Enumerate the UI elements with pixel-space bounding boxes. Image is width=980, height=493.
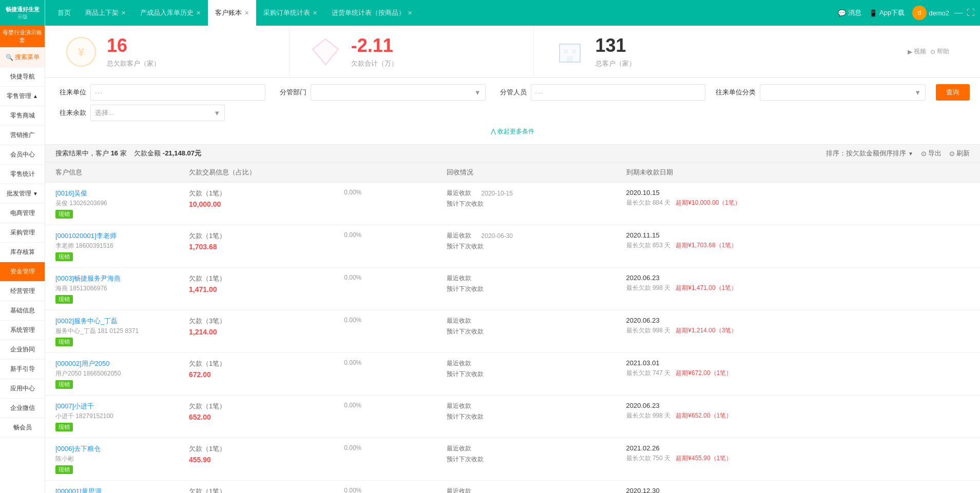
filter-row-1: 往来单位 ··· 分管部门 ▼ 分管人员 ··· bbox=[55, 84, 970, 101]
cell-recovery: 最近收款 2020-10-15 预计下次收款 bbox=[436, 183, 616, 225]
recovery-label: 最近收款 bbox=[447, 444, 471, 453]
filter-balance-select[interactable]: 选择... ▼ bbox=[90, 105, 225, 121]
tab-product-history[interactable]: 产成品入库单历史 ✕ bbox=[133, 0, 208, 26]
sidebar-item-marketing[interactable]: 营销推广 bbox=[0, 126, 45, 145]
tab-product-listing[interactable]: 商品上下架 ✕ bbox=[78, 0, 133, 26]
yuan-icon: ¥ bbox=[66, 36, 97, 67]
debt-percent-value: 0.00% bbox=[344, 487, 426, 493]
tab-purchase-stats[interactable]: 采购订单统计表 ✕ bbox=[256, 0, 324, 26]
tab-close-icon[interactable]: ✕ bbox=[121, 10, 126, 16]
app-download-btn[interactable]: 📱 App下载 bbox=[869, 8, 905, 17]
recovery-label: 最近收款 bbox=[447, 274, 471, 283]
customer-name-link[interactable]: [0002]服务中心_丁磊 bbox=[55, 317, 168, 326]
export-btn[interactable]: ⊙ 导出 bbox=[921, 149, 941, 158]
cell-customer-info: [000001]黄思源 黄思源 13552700226 现销 bbox=[45, 481, 179, 494]
filter-category-select[interactable]: ▼ bbox=[760, 84, 926, 101]
view-video-btn[interactable]: ▶ 视频 bbox=[908, 47, 926, 56]
total-customers-label: 总客户（家） bbox=[595, 59, 636, 68]
sidebar-item-ecommerce[interactable]: 电商管理 bbox=[0, 204, 45, 223]
cell-customer-info: [0016]吴俊 吴俊 13026203696 现销 bbox=[45, 183, 179, 225]
next-collection-label: 预计下次收款 bbox=[447, 285, 484, 292]
chevron-icon2: ▼ bbox=[33, 191, 38, 196]
sidebar-item-wholesale-mgmt[interactable]: 批发管理 ▼ bbox=[0, 184, 45, 204]
filter-dept-select[interactable]: ▼ bbox=[311, 84, 486, 101]
sort-select[interactable]: 排序：按欠款金额倒序排序 ▼ bbox=[826, 149, 913, 158]
sidebar-item-retail-mall[interactable]: 零售商城 bbox=[0, 106, 45, 126]
overdue-link[interactable]: 超期¥455.90（1笔） bbox=[676, 455, 732, 462]
cell-debt-count: 欠款（1笔） 429.00 bbox=[179, 481, 334, 494]
search-button[interactable]: 查询 bbox=[936, 84, 970, 101]
total-debt-label: 欠款合计（万） bbox=[351, 59, 398, 68]
svg-rect-5 bbox=[572, 49, 576, 53]
customer-name-link[interactable]: [000002]用户2050 bbox=[55, 359, 168, 368]
debt-customer-value: 16 bbox=[107, 35, 160, 56]
next-collection-label: 预计下次收款 bbox=[447, 413, 484, 420]
help-icon: ⊙ bbox=[930, 48, 935, 55]
app-logo: 畅捷通好生意 示版 bbox=[0, 0, 45, 26]
customer-name-link[interactable]: [0001020001]李老师 bbox=[55, 231, 168, 241]
cell-due-date: 2020.06.23 最长欠款 998 天 超期¥1,214.00（3笔） bbox=[616, 310, 980, 353]
overdue-link[interactable]: 超期¥1,214.00（3笔） bbox=[676, 327, 737, 334]
customer-name-link[interactable]: [0006]去下粮仓 bbox=[55, 444, 168, 453]
maximize-btn[interactable]: ⛶ bbox=[967, 8, 975, 17]
sidebar-item-basic-info[interactable]: 基础信息 bbox=[0, 301, 45, 321]
customer-contact: 陈小彬 bbox=[55, 455, 168, 463]
sidebar-item-member-center[interactable]: 会员中心 bbox=[0, 145, 45, 165]
sidebar-item-quick-nav[interactable]: 快捷导航 bbox=[0, 67, 45, 87]
overdue-link[interactable]: 超期¥1,471.00（1笔） bbox=[676, 284, 737, 291]
customer-name-link[interactable]: [0007]小进千 bbox=[55, 402, 168, 411]
collapse-bar[interactable]: ⋀ 收起更多条件 bbox=[55, 125, 970, 138]
table-header-row: 客户信息 欠款交易信息（占比） 回收情况 到期未收款日期 bbox=[45, 163, 980, 183]
sidebar-item-beginner[interactable]: 新手引导 bbox=[0, 360, 45, 379]
sidebar-item-system[interactable]: 系统管理 bbox=[0, 321, 45, 340]
sidebar-item-retail-stats[interactable]: 零售统计 bbox=[0, 165, 45, 184]
customer-name-link[interactable]: [0016]吴俊 bbox=[55, 189, 168, 198]
tab-close-icon2[interactable]: ✕ bbox=[196, 10, 201, 16]
customer-name-link[interactable]: [000001]黄思源 bbox=[55, 487, 168, 493]
tab-customer-ledger[interactable]: 客户账本 ✕ bbox=[208, 0, 256, 26]
cell-customer-info: [0006]去下粮仓 陈小彬 现销 bbox=[45, 438, 179, 481]
chevron-down-icon3: ▼ bbox=[214, 109, 220, 117]
sidebar-item-enterprise-wechat[interactable]: 企业微信 bbox=[0, 399, 45, 418]
sidebar-item-finance[interactable]: 资金管理 bbox=[0, 262, 45, 282]
tab-close-icon4[interactable]: ✕ bbox=[313, 10, 317, 16]
next-collection-label: 预计下次收款 bbox=[447, 456, 484, 463]
overdue-link[interactable]: 超期¥10,000.00（1笔） bbox=[676, 199, 741, 206]
sidebar-item-enterprise-collab[interactable]: 企业协同 bbox=[0, 340, 45, 360]
sidebar-item-chang-member[interactable]: 畅会员 bbox=[0, 418, 45, 438]
sidebar-item-retail-mgmt[interactable]: 零售管理 ▲ bbox=[0, 87, 45, 106]
message-btn[interactable]: 💬 消息 bbox=[838, 8, 861, 17]
debt-count-text: 欠款（1笔） bbox=[189, 487, 323, 493]
filter-manager-input[interactable]: ··· bbox=[531, 84, 706, 101]
user-menu[interactable]: d demo2 bbox=[912, 6, 949, 20]
sidebar-item-app-center[interactable]: 应用中心 bbox=[0, 379, 45, 399]
tab-purchase-product-stats[interactable]: 进货单统计表（按商品） ✕ bbox=[324, 0, 419, 26]
tab-home[interactable]: 首页 bbox=[50, 0, 78, 26]
sidebar-item-inventory[interactable]: 库存核算 bbox=[0, 243, 45, 262]
help-btn[interactable]: ⊙ 帮助 bbox=[930, 47, 949, 56]
minimize-btn[interactable]: — bbox=[954, 8, 963, 17]
cell-customer-info: [0001020001]李老师 李老师 18600391516 现销 bbox=[45, 225, 179, 268]
cell-due-date: 2021.02.26 最长欠款 750 天 超期¥455.90（1笔） bbox=[616, 438, 980, 481]
sidebar-item-operations[interactable]: 经营管理 bbox=[0, 282, 45, 301]
cell-recovery: 最近收款 2020-06-30 预计下次收款 bbox=[436, 225, 616, 268]
cell-debt-percent: 0.00% bbox=[334, 481, 436, 494]
cell-debt-percent: 0.00% bbox=[334, 225, 436, 268]
cell-recovery: 最近收款 预计下次收款 bbox=[436, 481, 616, 494]
stats-bar: ¥ 16 总欠款客户（家） -2.11 欠款合计（万） bbox=[45, 26, 980, 78]
customer-name-link[interactable]: [0003]畅捷服务尹海燕 bbox=[55, 274, 168, 283]
filter-supplier-input[interactable]: ··· bbox=[90, 84, 265, 101]
debt-count-text: 欠款（1笔） bbox=[189, 274, 323, 283]
sidebar-item-search[interactable]: 🔍 搜索菜单 bbox=[0, 48, 45, 67]
main-content: 首页 商品上下架 ✕ 产成品入库单历史 ✕ 客户账本 ✕ 采购订单统计表 ✕ bbox=[45, 0, 980, 493]
overdue-link[interactable]: 超期¥652.00（1笔） bbox=[676, 412, 732, 419]
overdue-link[interactable]: 超期¥1,703.68（1笔） bbox=[676, 242, 737, 249]
tab-close-icon3[interactable]: ✕ bbox=[244, 10, 249, 16]
overdue-link[interactable]: 超期¥672.00（1笔） bbox=[676, 369, 732, 377]
debt-amount-value: 1,703.68 bbox=[189, 243, 323, 251]
table-row: [0006]去下粮仓 陈小彬 现销 欠款（1笔） 455.90 0.00% 最近… bbox=[45, 438, 980, 481]
sidebar-item-purchase[interactable]: 采购管理 bbox=[0, 223, 45, 243]
refresh-btn[interactable]: ⊙ 刷新 bbox=[949, 149, 970, 158]
tab-close-icon5[interactable]: ✕ bbox=[408, 10, 412, 16]
customer-tag: 现销 bbox=[55, 295, 73, 304]
